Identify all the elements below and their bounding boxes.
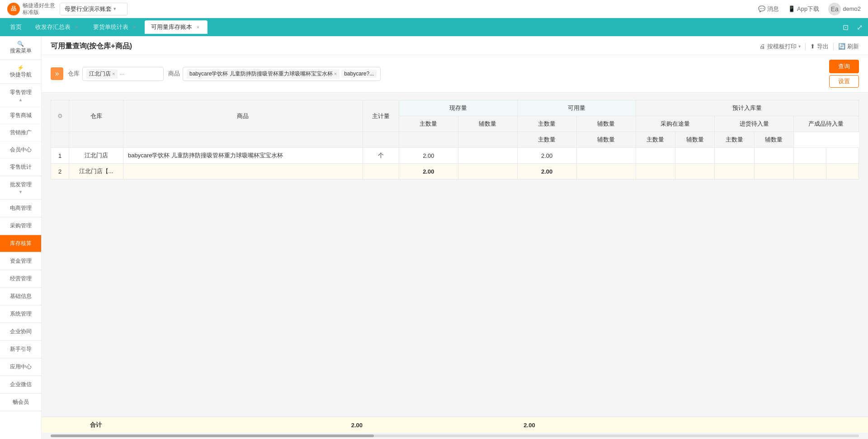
col-sub-empty5 (399, 132, 458, 148)
user-menu[interactable]: Ea demo2 (828, 3, 861, 15)
sidebar-item-enterprise[interactable]: 企业协同 (0, 323, 41, 340)
message-icon: 💬 (758, 5, 765, 12)
tab-close-receive[interactable]: × (73, 24, 80, 30)
scroll-track[interactable] (51, 434, 859, 437)
col-planned-header: 预计入库量 (636, 100, 859, 116)
product-tag2: babycare?... (341, 70, 377, 78)
cell-num-1: 1 (51, 148, 69, 164)
tab-close-order[interactable]: × (131, 24, 137, 30)
tab-receive[interactable]: 收发存汇总表 × (29, 20, 86, 34)
product-label: 商品 (168, 70, 180, 78)
print-btn[interactable]: 🖨 按模板打印 ▾ (760, 42, 801, 51)
warehouse-filter: 仓库 江北门店 × ··· (68, 67, 164, 81)
sidebar-item-purchase[interactable]: 采购管理 (0, 217, 41, 235)
chevron-up-icon: ▲ (19, 97, 23, 102)
col-sub-empty2 (69, 132, 123, 148)
warehouse-tag-close[interactable]: × (112, 71, 115, 76)
sidebar-system-section: 系统管理 (0, 306, 41, 323)
sidebar-ecommerce-section: 电商管理 (0, 200, 41, 217)
sidebar-item-member[interactable]: 会员中心 (0, 142, 41, 159)
sidebar-item-system[interactable]: 系统管理 (0, 306, 41, 323)
cell-goods-main-1 (715, 148, 754, 164)
content-area: 可用量查询(按仓库+商品) 🖨 按模板打印 ▾ ⬆ 导出 🔄 刷新 (42, 36, 868, 439)
divider2 (833, 43, 834, 50)
sidebar-item-store[interactable]: 零售商城 (0, 107, 41, 124)
sidebar-item-wholesale[interactable]: 批发管理 ▼ (0, 176, 41, 199)
tab-home[interactable]: 首页 (4, 20, 28, 34)
sidebar-item-operations[interactable]: 经营管理 (0, 270, 41, 288)
main-layout: 🔍 搜索菜单 ⚡ 快捷导航 零售管理 ▲ 零售商城 营销推广 会员中心 (0, 36, 868, 439)
warehouse-input[interactable]: 江北门店 × ··· (82, 67, 164, 81)
col-purchase-aux-sub: 辅数量 (576, 132, 636, 148)
sidebar-search-btn[interactable]: 🔍 搜索菜单 (0, 36, 41, 60)
col-warehouse-header: 仓库 (69, 100, 123, 132)
brand-logo: 品 畅捷通好生意 标准版 (7, 2, 55, 15)
sidebar-ops-section: 经营管理 (0, 270, 41, 288)
sidebar-guide-section: 新手引导 (0, 341, 41, 359)
warehouse-tag: 江北门店 × (86, 69, 118, 79)
filter-expand-btn[interactable]: » (51, 67, 63, 80)
sidebar-item-basic[interactable]: 基础信息 (0, 288, 41, 305)
sidebar-wholesale-section: 批发管理 ▼ (0, 176, 41, 200)
table-footer: 合计 2.00 2.00 (42, 416, 868, 433)
col-sub-empty3 (123, 132, 363, 148)
product-input[interactable]: babycare学饮杯 儿童防摔防撞吸管杯重力球吸嘴杯宝宝水杯 × babyca… (183, 67, 381, 81)
col-stock-main: 主数量 (399, 116, 458, 132)
query-button[interactable]: 查询 (829, 60, 859, 73)
divider1 (805, 43, 806, 50)
sidebar-item-marketing[interactable]: 营销推广 (0, 124, 41, 142)
tab-bar: 首页 收发存汇总表 × 要货单统计表 × 可用量库存账本 × ⊡ ⤢ (0, 18, 868, 36)
top-bar-right: 💬 消息 📱 App下载 Ea demo2 (758, 3, 861, 15)
export-btn[interactable]: ⬆ 导出 (810, 42, 829, 51)
sidebar-nav-section: ⚡ 快捷导航 (0, 60, 41, 84)
sidebar-item-apps[interactable]: 应用中心 (0, 359, 41, 376)
cell-goods-aux-2 (754, 164, 793, 179)
tab-inventory[interactable]: 可用量库存账本 × (145, 20, 208, 34)
sidebar-item-ecommerce[interactable]: 电商管理 (0, 200, 41, 217)
chevron-down-icon-print: ▾ (798, 44, 801, 49)
cell-purchase-aux-1 (675, 148, 714, 164)
sidebar-item-wechat[interactable]: 企业微信 (0, 376, 41, 393)
col-avail-aux: 辅数量 (576, 116, 636, 132)
cell-warehouse-2: 江北门店【... (69, 164, 123, 179)
store-selector[interactable]: 母婴行业演示账套 ▾ (60, 3, 127, 15)
product-tag1-close[interactable]: × (334, 71, 337, 76)
tab-close-inventory[interactable]: × (195, 24, 201, 30)
col-goods-main-sub: 主数量 (636, 132, 675, 148)
sidebar-item-finance[interactable]: 资金管理 (0, 253, 41, 270)
sidebar-enterprise-section: 企业协同 (0, 323, 41, 341)
nav-icon: ⚡ (17, 65, 24, 71)
cell-unit-2 (363, 164, 399, 179)
tab-order[interactable]: 要货单统计表 × (87, 20, 144, 34)
settings-button[interactable]: 设置 (829, 75, 859, 88)
message-btn[interactable]: 💬 消息 (758, 5, 779, 13)
sidebar-item-vip[interactable]: 畅会员 (0, 394, 41, 411)
col-gear[interactable]: ⚙ (51, 100, 69, 132)
footer-avail-main: 2.00 (463, 422, 595, 429)
cell-stock-main-2: 2.00 (399, 164, 458, 179)
cell-avail-main-1: 2.00 (517, 148, 576, 164)
tab-expand-btn[interactable]: ⤢ (855, 21, 864, 33)
filter-actions: 查询 设置 (829, 60, 859, 88)
col-purchase-main-sub: 主数量 (517, 132, 576, 148)
tab-restore-btn[interactable]: ⊡ (841, 21, 850, 33)
page-header: 可用量查询(按仓库+商品) 🖨 按模板打印 ▾ ⬆ 导出 🔄 刷新 (42, 36, 868, 55)
sidebar-item-inventory[interactable]: 库存核算 (0, 235, 41, 252)
sidebar-item-guide[interactable]: 新手引导 (0, 341, 41, 358)
sidebar-quicknav-btn[interactable]: ⚡ 快捷导航 (0, 60, 41, 84)
cell-goods-aux-1 (754, 148, 793, 164)
warehouse-more[interactable]: ··· (119, 71, 124, 77)
cell-purchase-aux-2 (675, 164, 714, 179)
scroll-thumb[interactable] (51, 434, 374, 437)
download-icon: 📱 (788, 5, 795, 12)
refresh-btn[interactable]: 🔄 刷新 (838, 42, 859, 51)
footer-label: 合计 (69, 421, 123, 429)
app-download-btn[interactable]: 📱 App下载 (788, 5, 819, 13)
tab-bar-controls: ⊡ ⤢ (841, 21, 864, 33)
cell-stock-main-1: 2.00 (399, 148, 458, 164)
gear-icon[interactable]: ⚙ (57, 113, 63, 119)
table-area: ⚙ 仓库 商品 主计量 现存量 可用量 预计入库量 主数量 辅数量 主数量 辅数… (42, 93, 868, 416)
sidebar-item-retail[interactable]: 零售管理 ▲ (0, 84, 41, 107)
table-row: 1 江北门店 babycare学饮杯 儿童防摔防撞吸管杯重力球吸嘴杯宝宝水杯 个… (51, 148, 859, 164)
sidebar-item-stats[interactable]: 零售统计 (0, 159, 41, 176)
